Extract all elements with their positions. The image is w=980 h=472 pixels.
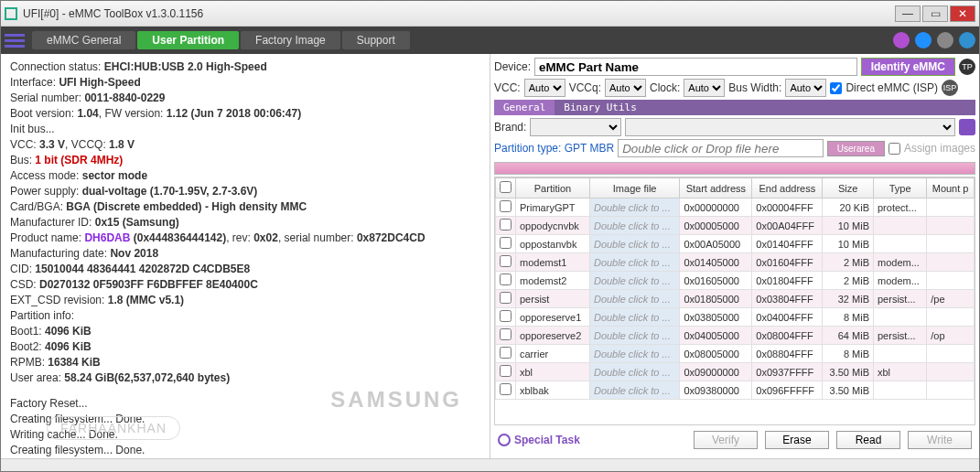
table-row[interactable]: modemst2Double click to ...0x016050000x0… bbox=[496, 272, 975, 290]
settings-icon[interactable] bbox=[959, 32, 975, 48]
row-checkbox[interactable] bbox=[500, 383, 512, 395]
userarea-button[interactable]: Userarea bbox=[827, 141, 885, 156]
cell-end: 0x08004FFF bbox=[752, 327, 823, 345]
erase-button[interactable]: Erase bbox=[765, 431, 829, 449]
table-row[interactable]: opporeserve2Double click to ...0x0400500… bbox=[496, 327, 975, 345]
write-button[interactable]: Write bbox=[908, 431, 972, 449]
special-task-icon bbox=[498, 434, 511, 446]
row-checkbox[interactable] bbox=[500, 292, 512, 304]
assign-images-checkbox[interactable] bbox=[888, 143, 900, 155]
row-checkbox[interactable] bbox=[500, 219, 512, 231]
tab-factory-image[interactable]: Factory Image bbox=[241, 31, 340, 49]
identify-button[interactable]: Identify eMMC bbox=[861, 58, 955, 76]
cell-size: 8 MiB bbox=[823, 308, 874, 327]
watermark: FARHAANKHAN bbox=[47, 416, 180, 440]
statusbar bbox=[1, 458, 979, 471]
close-button[interactable]: ✕ bbox=[950, 5, 975, 22]
cell-start: 0x00000000 bbox=[680, 198, 752, 217]
cell-image[interactable]: Double click to ... bbox=[589, 381, 679, 400]
tab-support[interactable]: Support bbox=[342, 31, 410, 49]
cell-start: 0x00A05000 bbox=[680, 235, 752, 253]
tab-user-partition[interactable]: User Partition bbox=[137, 31, 239, 49]
cell-start: 0x08005000 bbox=[680, 345, 752, 363]
table-row[interactable]: xblbakDouble click to ...0x093800000x096… bbox=[496, 381, 975, 400]
vcc-select[interactable]: Auto bbox=[524, 79, 565, 97]
verify-button[interactable]: Verify bbox=[694, 431, 758, 449]
row-checkbox[interactable] bbox=[500, 328, 512, 340]
table-row[interactable]: persistDouble click to ...0x018050000x03… bbox=[496, 290, 975, 308]
cell-size: 20 KiB bbox=[823, 198, 874, 217]
cell-size: 3.50 MiB bbox=[823, 363, 874, 381]
partition-table: Partition Image file Start address End a… bbox=[494, 177, 975, 425]
device-label: Device: bbox=[494, 60, 531, 73]
cell-end: 0x096FFFFF bbox=[752, 381, 823, 400]
buswidth-select[interactable]: Auto bbox=[785, 79, 826, 97]
cell-end: 0x04004FFF bbox=[752, 308, 823, 327]
row-checkbox[interactable] bbox=[500, 200, 512, 212]
drop-file-field[interactable] bbox=[618, 139, 824, 157]
cell-image[interactable]: Double click to ... bbox=[589, 198, 679, 217]
folder-icon[interactable] bbox=[959, 119, 975, 135]
menu-icon[interactable] bbox=[5, 32, 25, 48]
titlebar: UFI[#0] - eMMC ToolBox v1.3.0.1156 — ▭ ✕ bbox=[1, 1, 979, 27]
device-field[interactable] bbox=[534, 58, 857, 76]
cell-type bbox=[874, 217, 927, 235]
cell-start: 0x01605000 bbox=[680, 272, 752, 290]
minimize-button[interactable]: — bbox=[895, 5, 921, 22]
subtab-binary-utils[interactable]: Binary Utils bbox=[555, 100, 645, 115]
isp-icon[interactable]: ISP bbox=[942, 80, 958, 96]
select-all-checkbox[interactable] bbox=[500, 181, 512, 193]
row-checkbox[interactable] bbox=[500, 274, 512, 285]
progress-bar bbox=[494, 162, 975, 175]
cell-image[interactable]: Double click to ... bbox=[589, 217, 679, 235]
model-select[interactable] bbox=[625, 118, 955, 136]
row-checkbox[interactable] bbox=[500, 237, 512, 249]
row-checkbox[interactable] bbox=[500, 255, 512, 267]
subtab-general[interactable]: General bbox=[494, 100, 555, 115]
cell-end: 0x01604FFF bbox=[752, 253, 823, 272]
tp-icon[interactable]: TP bbox=[959, 59, 975, 75]
vccq-select[interactable]: Auto bbox=[605, 79, 646, 97]
table-row[interactable]: carrierDouble click to ...0x080050000x08… bbox=[496, 345, 975, 363]
cell-partition: modemst2 bbox=[516, 272, 590, 290]
update-icon[interactable] bbox=[915, 32, 932, 48]
cell-type: xbl bbox=[874, 363, 927, 381]
cell-partition: oppodycnvbk bbox=[516, 217, 590, 235]
toolbar: eMMC General User Partition Factory Imag… bbox=[1, 27, 979, 54]
cell-image[interactable]: Double click to ... bbox=[589, 235, 679, 253]
brand-select[interactable] bbox=[530, 118, 621, 136]
cell-image[interactable]: Double click to ... bbox=[589, 363, 679, 381]
table-row[interactable]: opporeserve1Double click to ...0x0380500… bbox=[496, 308, 975, 327]
cell-image[interactable]: Double click to ... bbox=[589, 308, 679, 327]
partition-type-link[interactable]: Partition type: GPT MBR bbox=[494, 142, 614, 155]
cell-size: 8 MiB bbox=[823, 345, 874, 363]
cell-image[interactable]: Double click to ... bbox=[589, 253, 679, 272]
cell-image[interactable]: Double click to ... bbox=[589, 290, 679, 308]
read-button[interactable]: Read bbox=[836, 431, 900, 449]
special-task-link[interactable]: Special Task bbox=[498, 434, 580, 446]
row-checkbox[interactable] bbox=[500, 310, 512, 322]
table-row[interactable]: oppodycnvbkDouble click to ...0x00005000… bbox=[496, 217, 975, 235]
table-row[interactable]: oppostanvbkDouble click to ...0x00A05000… bbox=[496, 235, 975, 253]
cell-image[interactable]: Double click to ... bbox=[589, 345, 679, 363]
table-row[interactable]: xblDouble click to ...0x090000000x0937FF… bbox=[496, 363, 975, 381]
cell-image[interactable]: Double click to ... bbox=[589, 272, 679, 290]
info-icon[interactable] bbox=[937, 32, 953, 48]
cell-end: 0x00004FFF bbox=[752, 198, 823, 217]
samsung-logo: SAMSUNG bbox=[330, 387, 462, 413]
cell-type: protect... bbox=[874, 198, 927, 217]
maximize-button[interactable]: ▭ bbox=[922, 5, 948, 22]
clock-select[interactable]: Auto bbox=[684, 79, 725, 97]
tab-emmc-general[interactable]: eMMC General bbox=[32, 31, 135, 49]
cell-mount bbox=[927, 217, 975, 235]
cell-end: 0x03804FFF bbox=[752, 290, 823, 308]
cell-type: persist... bbox=[874, 327, 927, 345]
row-checkbox[interactable] bbox=[500, 365, 512, 377]
table-row[interactable]: PrimaryGPTDouble click to ...0x000000000… bbox=[496, 198, 975, 217]
table-row[interactable]: modemst1Double click to ...0x014050000x0… bbox=[496, 253, 975, 272]
cell-start: 0x01805000 bbox=[680, 290, 752, 308]
direct-emmc-checkbox[interactable] bbox=[830, 82, 842, 94]
row-checkbox[interactable] bbox=[500, 347, 512, 359]
globe-icon[interactable] bbox=[893, 32, 910, 48]
cell-image[interactable]: Double click to ... bbox=[589, 327, 679, 345]
